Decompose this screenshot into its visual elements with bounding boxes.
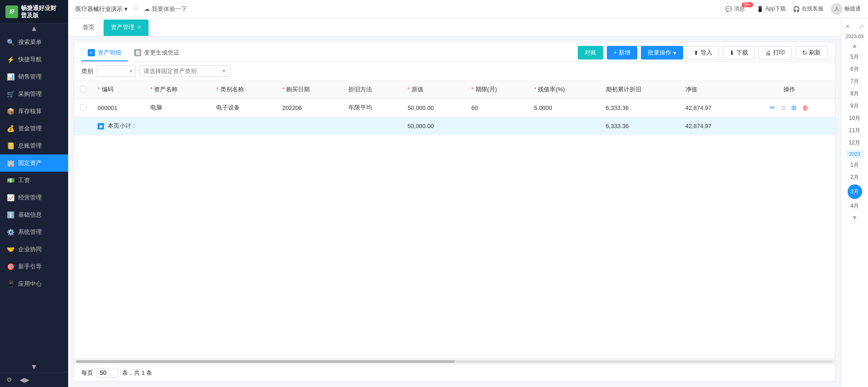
collapse-button[interactable]: ◀▶ — [20, 376, 30, 383]
sidebar-item-guide[interactable]: 🎯 新手引导 — [0, 258, 68, 275]
sidebar-item-collab[interactable]: 🤝 企业协同 — [0, 241, 68, 258]
ops-icon: 📈 — [6, 194, 15, 201]
sidebar-item-sales[interactable]: 📊 销售管理 — [0, 68, 68, 85]
subtotal-net-value: 42,874.97 — [680, 117, 744, 135]
month-10[interactable]: 10月 — [841, 112, 868, 124]
sidebar-item-finance[interactable]: 💰 资金管理 — [0, 120, 68, 137]
subtotal-empty-3 — [529, 117, 600, 135]
month-3-active[interactable]: 3月 — [848, 184, 862, 199]
new-label: + 新增 — [614, 49, 630, 57]
download-button[interactable]: ⬇ 下载 — [723, 46, 755, 60]
th-code-label: 编码 — [102, 86, 114, 93]
print-button[interactable]: 🖨 打印 — [759, 46, 792, 60]
sub-tab-voucher[interactable]: 📄 变更生成凭证 — [128, 46, 186, 61]
refresh-button[interactable]: ↻ 刷新 — [795, 46, 828, 60]
message-button[interactable]: 💬 消息 99+ — [725, 5, 749, 13]
category-input[interactable] — [144, 68, 220, 74]
row-residual-rate: 5.0000 — [529, 99, 600, 117]
basic-icon: ℹ️ — [6, 211, 15, 218]
select-all-checkbox[interactable] — [80, 86, 86, 92]
sidebar-item-fixed[interactable]: 🏢 固定资产 — [0, 154, 68, 172]
th-dep-label: 折旧方法 — [348, 86, 372, 93]
month-9[interactable]: 9月 — [841, 100, 868, 112]
apps-icon: 📱 — [6, 280, 15, 288]
panel-close-button[interactable]: ✕ — [843, 21, 852, 32]
new-button[interactable]: + 新增 — [607, 46, 637, 60]
batch-dropdown-icon: ▾ — [673, 50, 676, 56]
month-2[interactable]: 2月 — [841, 171, 868, 184]
subtotal-empty-4 — [744, 117, 835, 135]
wage-icon: 💵 — [6, 177, 15, 184]
app-download-button[interactable]: 📱 App下载 — [757, 5, 786, 13]
sidebar-item-label: 销售管理 — [18, 73, 42, 81]
month-6[interactable]: 6月 — [841, 63, 868, 75]
sidebar-scroll-up[interactable]: ▲ — [0, 24, 68, 34]
month-11[interactable]: 11月 — [841, 124, 868, 137]
panel-year-display: 2023.03 — [845, 33, 865, 40]
tab-close-icon[interactable]: ✕ — [137, 25, 141, 30]
per-page-select[interactable]: 10 20 50 100 — [97, 368, 119, 377]
month-12[interactable]: 12月 — [841, 137, 868, 149]
category-select[interactable]: 电子设备 办公设备 机械设备 车辆 其他 — [97, 65, 136, 77]
user-menu[interactable]: 人 畅捷通 — [831, 3, 861, 15]
sidebar-item-label: 系统管理 — [18, 228, 42, 236]
year-2023-badge[interactable]: 2023 — [846, 150, 863, 158]
sidebar-item-ledger[interactable]: 📒 总账管理 — [0, 137, 68, 154]
batch-button[interactable]: 批量操作 ▾ — [641, 46, 683, 60]
panel-up-arrow[interactable]: ▲ — [850, 40, 860, 51]
inner-page: ≡ 资产明细 📄 变更生成凭证 对账 + 新增 — [74, 42, 835, 382]
month-1[interactable]: 1月 — [841, 159, 868, 171]
sub-tab-detail[interactable]: ≡ 资产明细 — [81, 46, 128, 61]
detail-tab-icon: ≡ — [88, 49, 95, 56]
company-selector[interactable]: 医疗器械行业演示 ▾ — [75, 5, 128, 13]
th-category-label: 类别名称 — [220, 86, 244, 93]
right-panel: ✕ ⤢ 2023.03 ▲ 5月 6月 7月 8月 9月 10月 11月 12月… — [841, 18, 868, 387]
month-7[interactable]: 7月 — [841, 75, 868, 88]
row-checkbox[interactable] — [80, 104, 86, 110]
settings-button[interactable]: ⚙ — [6, 376, 12, 383]
experience-link[interactable]: ☁ 我要体验一下 — [144, 5, 187, 13]
sidebar-item-label: 工资 — [18, 176, 30, 184]
delete-button[interactable]: 🗑 — [800, 103, 810, 112]
panel-expand-button[interactable]: ⤢ — [857, 21, 866, 32]
logo-icon: 好 — [5, 5, 18, 18]
sidebar-item-search[interactable]: 🔍 搜索菜单 — [0, 34, 68, 51]
sidebar-item-purchase[interactable]: 🛒 采购管理 — [0, 85, 68, 103]
online-service-button[interactable]: 🎧 在线客服 — [793, 5, 823, 13]
tab-home[interactable]: 首页 — [75, 20, 102, 36]
chevron-down-icon: ▾ — [124, 5, 128, 12]
copy-button[interactable]: ⊙ — [779, 103, 788, 112]
print-label: 打印 — [773, 49, 785, 57]
th-name-label: 资产名称 — [154, 86, 178, 93]
sidebar-item-system[interactable]: ⚙️ 系统管理 — [0, 223, 68, 241]
th-net-value: 净值 — [680, 81, 744, 99]
sidebar-item-inventory[interactable]: 📦 库存核算 — [0, 103, 68, 120]
edit-button[interactable]: ✏ — [768, 103, 777, 112]
sidebar-scroll-down[interactable]: ▼ — [0, 362, 68, 372]
th-action-label: 操作 — [784, 86, 795, 93]
reconcile-label: 对账 — [585, 49, 596, 57]
total-label: 条，共 1 条 — [122, 369, 152, 377]
panel-down-arrow[interactable]: ▼ — [850, 212, 860, 223]
detail-button[interactable]: ⊞ — [789, 103, 799, 112]
import-button[interactable]: ⬆ 导入 — [687, 46, 719, 60]
sidebar-item-basic[interactable]: ℹ️ 基础信息 — [0, 206, 68, 223]
sidebar-item-shortcut[interactable]: ⚡ 快捷导航 — [0, 51, 68, 68]
row-code: 000001 — [92, 99, 145, 117]
month-4[interactable]: 4月 — [841, 200, 868, 212]
sidebar-item-label: 基础信息 — [18, 211, 42, 219]
tab-asset[interactable]: 资产管理 ✕ — [104, 20, 149, 36]
ledger-icon: 📒 — [6, 142, 15, 149]
sidebar-item-wage[interactable]: 💵 工资 — [0, 172, 68, 189]
month-5[interactable]: 5月 — [841, 51, 868, 63]
sidebar-item-apps[interactable]: 📱 应用中心 — [0, 275, 68, 293]
sidebar-item-ops[interactable]: 📈 经营管理 — [0, 189, 68, 206]
reconcile-button[interactable]: 对账 — [578, 46, 603, 60]
content-area: 首页 资产管理 ✕ ≡ 资产明细 📄 变更生成凭证 — [68, 18, 868, 387]
th-action: 操作 — [744, 81, 835, 99]
scrollbar-thumb[interactable] — [76, 360, 455, 363]
sidebar-item-label: 采购管理 — [18, 90, 42, 98]
month-8[interactable]: 8月 — [841, 88, 868, 100]
service-label: 在线客服 — [802, 5, 823, 13]
row-category: 电子设备 — [211, 99, 277, 117]
